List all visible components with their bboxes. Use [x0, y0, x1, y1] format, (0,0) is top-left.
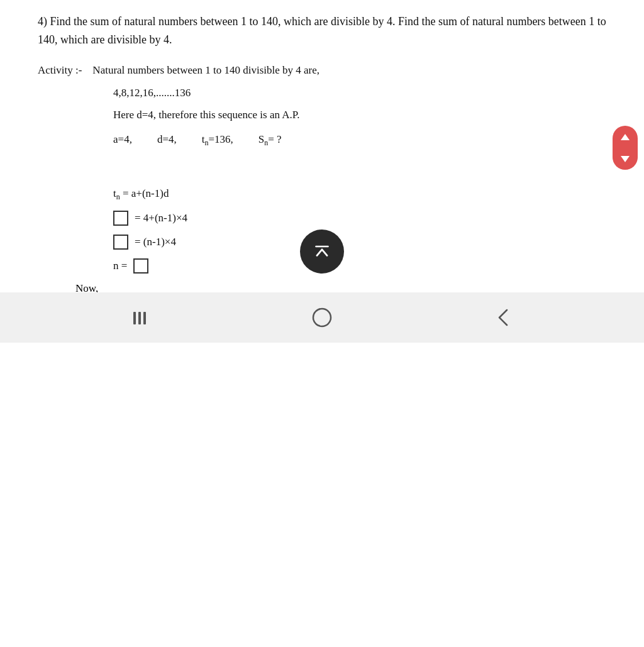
svg-rect-3 — [133, 312, 136, 324]
svg-rect-5 — [143, 312, 146, 324]
param-sn: Sn= ? — [258, 131, 282, 150]
scroll-up-button[interactable] — [613, 126, 638, 148]
scroll-buttons — [613, 126, 638, 170]
params-line: a=4, d=4, tn=136, Sn= ? — [113, 131, 606, 150]
param-tn: tn=136, — [202, 131, 233, 150]
svg-point-6 — [313, 309, 331, 326]
svg-rect-4 — [138, 312, 141, 324]
svg-marker-1 — [621, 156, 630, 162]
param-a: a=4, — [113, 131, 132, 149]
scroll-to-top-button[interactable] — [300, 229, 344, 274]
nav-bar — [0, 292, 644, 343]
back-nav-icon[interactable] — [492, 306, 514, 329]
question-text: 4) Find the sum of natural numbers betwe… — [38, 13, 606, 49]
activity-label: Activity :- Natural numbers between 1 to… — [38, 62, 606, 80]
blank-box-1[interactable] — [113, 211, 128, 226]
step-tn-formula: tn = a+(n-1)d — [113, 187, 606, 202]
menu-nav-icon[interactable] — [130, 306, 152, 329]
blank-box-2[interactable] — [113, 235, 128, 250]
series-line: 4,8,12,16,.......136 — [113, 84, 606, 102]
step-substitution: = 4+(n-1)×4 — [113, 211, 606, 226]
ap-note: Here d=4, therefore this sequence is an … — [113, 106, 606, 124]
activity-section: Activity :- Natural numbers between 1 to… — [38, 62, 606, 150]
param-d: d=4, — [157, 131, 177, 149]
scroll-down-button[interactable] — [613, 148, 638, 170]
step-simplified: = (n-1)×4 — [113, 235, 606, 250]
svg-marker-0 — [621, 134, 630, 140]
blank-box-3[interactable] — [133, 258, 148, 274]
activity-description: Natural numbers between 1 to 140 divisib… — [92, 64, 319, 76]
home-nav-icon[interactable] — [311, 306, 333, 329]
activity-keyword: Activity :- — [38, 64, 82, 76]
step-n-value: n = — [113, 258, 606, 274]
